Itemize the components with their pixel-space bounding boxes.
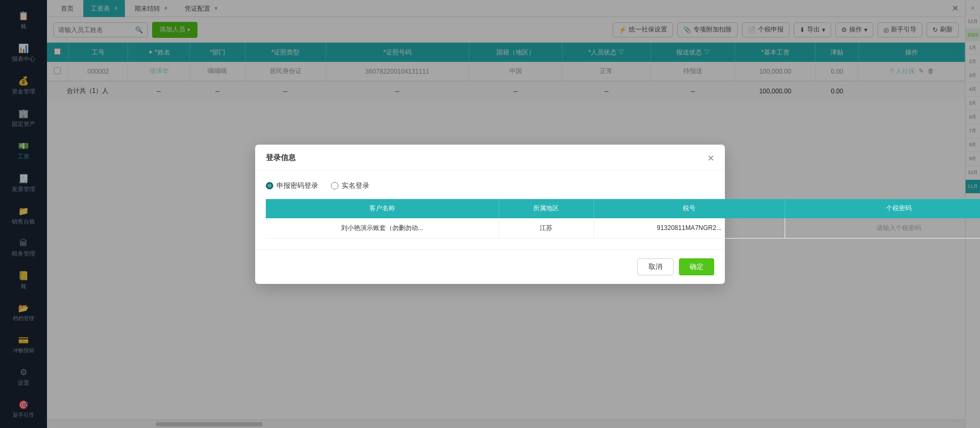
client-table-row: 刘小艳演示账套（勿删勿动... 江苏 91320811MA7NGR2... <box>266 218 980 239</box>
col-client-name: 客户名称 <box>266 199 499 218</box>
modal-footer: 取消 确定 <box>255 249 725 284</box>
client-table-header: 客户名称 所属地区 税号 个税密码 <box>266 199 980 218</box>
client-password-cell[interactable] <box>785 218 980 239</box>
radio-realname-login[interactable]: 实名登录 <box>331 181 369 191</box>
col-tax-id: 税号 <box>594 199 785 218</box>
col-tax-password: 个税密码 <box>785 199 980 218</box>
modal-header: 登录信息 ✕ <box>255 145 725 170</box>
tax-password-input[interactable] <box>792 224 981 232</box>
login-type-radio-group: 申报密码登录 实名登录 <box>266 181 714 191</box>
radio-password-input[interactable] <box>266 182 273 189</box>
client-region-cell: 江苏 <box>499 218 594 239</box>
modal-title: 登录信息 <box>266 153 296 163</box>
cancel-button[interactable]: 取消 <box>637 258 674 275</box>
client-name-cell: 刘小艳演示账套（勿删勿动... <box>266 218 499 239</box>
client-table: 客户名称 所属地区 税号 个税密码 刘小艳演示账套（勿删勿动... 江苏 913… <box>266 199 980 239</box>
radio-password-login[interactable]: 申报密码登录 <box>266 181 318 191</box>
modal-close-icon[interactable]: ✕ <box>707 153 714 163</box>
confirm-button[interactable]: 确定 <box>679 258 714 275</box>
radio-realname-input[interactable] <box>331 182 338 189</box>
modal-body: 申报密码登录 实名登录 客户名称 所属地区 税号 个税密码 <box>255 170 725 249</box>
login-info-modal: 登录信息 ✕ 申报密码登录 实名登录 客户名称 所属地区 <box>255 145 725 284</box>
col-region: 所属地区 <box>499 199 594 218</box>
client-taxid-cell: 91320811MA7NGR2... <box>594 218 785 239</box>
modal-overlay: 登录信息 ✕ 申报密码登录 实名登录 客户名称 所属地区 <box>0 0 980 428</box>
